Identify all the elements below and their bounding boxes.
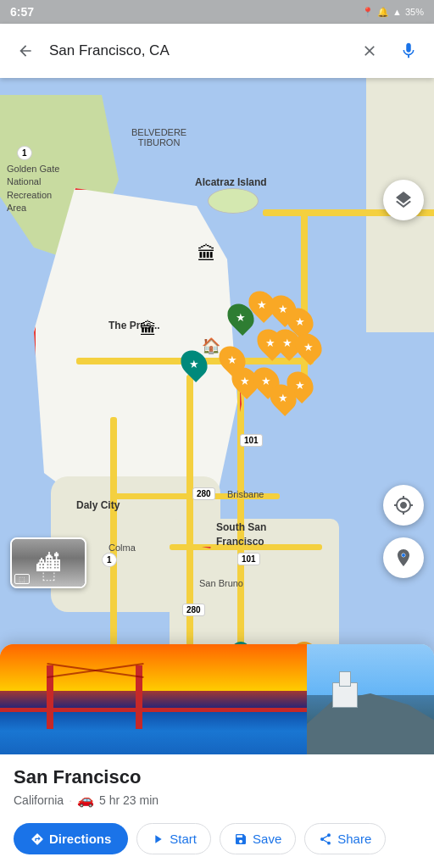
city-building-icon: 🏛: [140, 320, 157, 339]
photos-row: [0, 644, 434, 754]
start-button[interactable]: Start: [136, 823, 211, 854]
status-icons: 📍 🔔 ▲ 35%: [362, 7, 424, 18]
place-info: San Francisco California · 🚗 5 hr 23 min: [0, 754, 434, 815]
place-subtitle: California · 🚗 5 hr 23 min: [14, 792, 420, 808]
microphone-button[interactable]: [393, 36, 424, 66]
car-icon: 🚗: [77, 792, 94, 808]
compass-button[interactable]: [383, 537, 424, 578]
notification-icon: 🔔: [377, 7, 389, 18]
alcatraz-photo[interactable]: [307, 644, 434, 754]
map-container[interactable]: 101 280 1 1 101 280 Golden GateNationalR…: [0, 78, 434, 868]
save-label: Save: [253, 832, 281, 846]
back-button[interactable]: [10, 36, 41, 66]
status-bar: 6:57 📍 🔔 ▲ 35%: [0, 0, 434, 24]
share-button[interactable]: Share: [304, 823, 386, 854]
search-bar: San Francisco, CA: [0, 24, 434, 78]
route-101-label2: 101: [237, 553, 260, 565]
layers-button[interactable]: [383, 180, 424, 220]
road-s2: [170, 544, 322, 550]
location-icon: 📍: [362, 7, 374, 18]
route-1-label: 1: [17, 146, 32, 160]
save-button[interactable]: Save: [220, 823, 296, 854]
road-1: [110, 417, 117, 671]
wifi-icon: ▲: [392, 7, 402, 17]
street-view-thumbnail[interactable]: 🏙 ⬚: [10, 537, 86, 588]
directions-label: Directions: [49, 832, 111, 846]
locate-button[interactable]: [383, 485, 424, 526]
svg-point-1: [402, 554, 405, 557]
status-time: 6:57: [10, 5, 34, 19]
state-label: California: [14, 793, 64, 807]
start-label: Start: [170, 832, 197, 846]
place-name: San Francisco: [14, 766, 420, 788]
route-280-label2: 280: [182, 604, 205, 616]
directions-button[interactable]: Directions: [14, 823, 128, 854]
alcatraz-island: [208, 188, 259, 214]
battery-text: 35%: [405, 7, 424, 17]
drive-time: 5 hr 23 min: [99, 793, 159, 807]
bottom-panel: San Francisco California · 🚗 5 hr 23 min…: [0, 644, 434, 868]
route-280-label: 280: [192, 487, 215, 500]
action-buttons: Directions Start Save Share: [0, 815, 434, 868]
clear-button[interactable]: [354, 36, 385, 66]
building-icon-2: 🏠: [202, 337, 220, 355]
route-1-label2: 1: [102, 553, 117, 567]
share-label: Share: [337, 832, 371, 846]
search-input[interactable]: San Francisco, CA: [49, 42, 346, 59]
route-101-label: 101: [240, 434, 263, 447]
alcatraz-building-icon: 🏛: [198, 243, 216, 265]
road-101: [237, 375, 244, 646]
golden-gate-photo[interactable]: [0, 644, 307, 754]
